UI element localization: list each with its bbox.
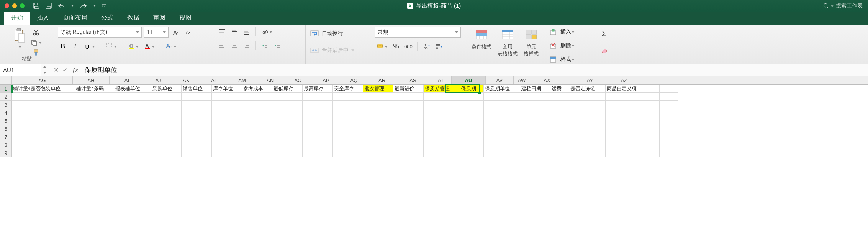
tab-home[interactable]: 开始: [4, 11, 30, 25]
column-header-AL[interactable]: AL: [200, 76, 228, 84]
conditional-format-button[interactable]: 条件格式: [469, 27, 494, 51]
format-cells-button[interactable]: 格式: [560, 54, 576, 64]
cell[interactable]: [393, 93, 424, 101]
cell[interactable]: [114, 149, 151, 157]
cell[interactable]: [272, 133, 303, 141]
close-window-button[interactable]: [5, 3, 9, 8]
column-header-AM[interactable]: AM: [228, 76, 256, 84]
cell[interactable]: [114, 117, 151, 125]
column-header-AI[interactable]: AI: [110, 76, 144, 84]
cell[interactable]: [393, 125, 424, 133]
cell[interactable]: [460, 149, 484, 157]
font-size-combo[interactable]: 11: [144, 27, 169, 38]
cell[interactable]: [303, 149, 333, 157]
cell[interactable]: [333, 125, 363, 133]
cell[interactable]: [550, 93, 569, 101]
cell[interactable]: [333, 109, 363, 117]
column-header-AV[interactable]: AV: [486, 76, 514, 84]
cell[interactable]: [151, 149, 182, 157]
search-box[interactable]: ▾ 搜索工作表: [823, 2, 863, 9]
cell[interactable]: [460, 101, 484, 109]
row-header[interactable]: 2: [0, 93, 12, 101]
cell[interactable]: [212, 133, 242, 141]
cell[interactable]: 批次管理: [363, 85, 393, 93]
cell[interactable]: [272, 125, 303, 133]
column-header-AY[interactable]: AY: [564, 76, 616, 84]
cell[interactable]: [606, 149, 660, 157]
cell[interactable]: [114, 93, 151, 101]
cell[interactable]: [484, 149, 520, 157]
cell[interactable]: [660, 141, 678, 149]
italic-button[interactable]: I: [70, 41, 80, 51]
redo-dropdown-icon[interactable]: [93, 2, 97, 10]
cell[interactable]: [151, 125, 182, 133]
cell[interactable]: [660, 125, 678, 133]
cell[interactable]: [75, 93, 114, 101]
cell[interactable]: [272, 117, 303, 125]
cell[interactable]: [12, 93, 75, 101]
fx-icon[interactable]: ƒx: [72, 67, 78, 73]
cell[interactable]: [569, 125, 606, 133]
row-header[interactable]: 7: [0, 133, 12, 141]
column-header-AP[interactable]: AP: [312, 76, 340, 84]
cell[interactable]: [550, 117, 569, 125]
cell[interactable]: [550, 109, 569, 117]
cell[interactable]: [333, 117, 363, 125]
cell[interactable]: [550, 133, 569, 141]
orientation-button[interactable]: ab: [260, 27, 274, 37]
cell[interactable]: [182, 141, 212, 149]
cell[interactable]: [303, 109, 333, 117]
cell[interactable]: [75, 133, 114, 141]
cell[interactable]: [569, 133, 606, 141]
qat-customize-icon[interactable]: [102, 2, 106, 10]
cell[interactable]: [212, 149, 242, 157]
font-name-combo[interactable]: 等线 Regular (正文): [58, 27, 142, 38]
cell[interactable]: [303, 141, 333, 149]
chevron-up-icon[interactable]: [41, 64, 49, 70]
cancel-formula-button[interactable]: ✕: [54, 66, 59, 74]
cell[interactable]: [303, 117, 333, 125]
cell[interactable]: [424, 109, 460, 117]
column-header-AR[interactable]: AR: [368, 76, 396, 84]
cell[interactable]: [182, 109, 212, 117]
tab-data[interactable]: 数据: [120, 11, 146, 25]
cell[interactable]: [550, 149, 569, 157]
cell[interactable]: 商品自定义项: [606, 85, 660, 93]
cell[interactable]: 销售单位: [182, 85, 212, 93]
cell[interactable]: [151, 141, 182, 149]
cell[interactable]: [520, 117, 550, 125]
cell[interactable]: [484, 101, 520, 109]
cell[interactable]: [393, 109, 424, 117]
cell[interactable]: [212, 101, 242, 109]
cell[interactable]: [303, 101, 333, 109]
cell[interactable]: [520, 93, 550, 101]
align-bottom-button[interactable]: [242, 27, 252, 37]
cell[interactable]: [550, 101, 569, 109]
cell[interactable]: [520, 133, 550, 141]
cell[interactable]: [569, 117, 606, 125]
cell[interactable]: [520, 125, 550, 133]
cell-style-button[interactable]: 单元 格样式: [521, 27, 541, 58]
cell[interactable]: [75, 109, 114, 117]
column-header-AG[interactable]: AG: [12, 76, 73, 84]
cell[interactable]: [12, 101, 75, 109]
cell[interactable]: [272, 93, 303, 101]
grow-font-button[interactable]: A▴: [171, 27, 181, 37]
cell[interactable]: [363, 93, 393, 101]
tab-view[interactable]: 视图: [172, 11, 198, 25]
cell[interactable]: 运费: [550, 85, 569, 93]
cell[interactable]: [242, 93, 272, 101]
paste-button[interactable]: [11, 27, 29, 54]
cell[interactable]: [333, 93, 363, 101]
cell[interactable]: [75, 117, 114, 125]
column-header-AN[interactable]: AN: [256, 76, 284, 84]
column-header-AJ[interactable]: AJ: [144, 76, 172, 84]
cell[interactable]: [12, 141, 75, 149]
cell[interactable]: [393, 117, 424, 125]
cell[interactable]: [460, 141, 484, 149]
cell[interactable]: [114, 109, 151, 117]
cell[interactable]: [363, 101, 393, 109]
column-header-AS[interactable]: AS: [396, 76, 430, 84]
cell[interactable]: [569, 93, 606, 101]
cell[interactable]: [303, 93, 333, 101]
